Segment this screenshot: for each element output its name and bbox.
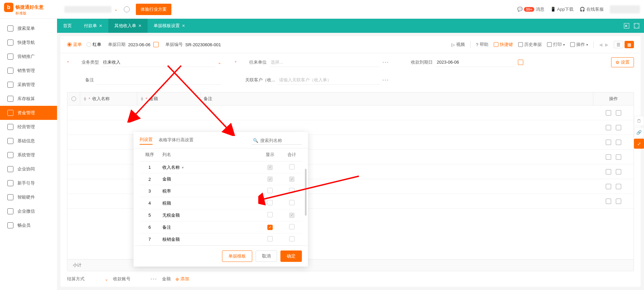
account-dd[interactable]: 收款账号 ••• <box>113 276 157 282</box>
checkbox[interactable] <box>289 236 294 241</box>
support-link[interactable]: 🎧 在线客服 <box>580 6 604 12</box>
checkbox[interactable] <box>289 164 294 169</box>
sidebar-item[interactable]: 智能硬件 <box>0 190 57 204</box>
cancel-button[interactable]: 取消 <box>256 250 277 262</box>
popup-search-input[interactable] <box>260 138 301 143</box>
radio-blue[interactable]: 蓝单 <box>67 42 82 48</box>
sidebar-item[interactable]: 企业微信 <box>0 204 57 218</box>
remark-input[interactable] <box>97 75 221 85</box>
due-input[interactable] <box>435 58 515 67</box>
checkbox[interactable]: ✓ <box>289 213 294 218</box>
amount-field[interactable]: 金额 <box>162 276 171 282</box>
copy-icon[interactable] <box>616 169 621 174</box>
sidebar-item[interactable]: 资金管理 <box>0 106 57 120</box>
view-list-icon[interactable]: ☰ <box>614 41 623 48</box>
delete-icon[interactable] <box>606 154 611 160</box>
delete-icon[interactable] <box>606 125 611 130</box>
expand-icon[interactable]: ⛶ <box>634 23 639 28</box>
shortcut-link[interactable]: 快捷键 <box>494 42 513 48</box>
more-icon[interactable]: ••• <box>382 60 389 65</box>
rel-cust-field[interactable]: 关联客户（收... ••• <box>235 75 389 85</box>
th-amount[interactable]: ▲▼*金额 <box>137 92 201 105</box>
checkbox[interactable]: ✓ <box>267 225 273 230</box>
close-icon[interactable]: ✕ <box>182 23 185 28</box>
delete-icon[interactable] <box>606 169 611 174</box>
chevron-down-icon[interactable]: ▾ <box>182 165 184 169</box>
checkbox[interactable] <box>267 236 273 241</box>
delete-icon[interactable] <box>606 184 611 189</box>
history-link[interactable]: 历史单据 <box>518 42 542 48</box>
template-button[interactable]: 单据模板 <box>222 250 252 262</box>
settings-button[interactable]: ⚙设置 <box>611 57 634 67</box>
ops-link[interactable]: 操作▾ <box>570 42 588 48</box>
sidebar-item[interactable]: 系统管理 <box>0 148 57 162</box>
biz-type-input[interactable] <box>102 58 215 67</box>
biz-type-field[interactable]: *业务类型 ⌄ <box>67 58 221 67</box>
page-arrows[interactable]: ◀▶ <box>599 42 608 47</box>
sidebar-item[interactable]: 畅会员 <box>0 218 57 232</box>
expand-icon[interactable]: ⤢ <box>634 139 644 149</box>
sidebar-item[interactable]: 采购管理 <box>0 78 57 92</box>
more-icon[interactable]: ••• <box>382 78 389 83</box>
checkbox[interactable] <box>289 188 294 193</box>
table-row[interactable] <box>67 105 634 120</box>
note-icon[interactable]: 🗒 <box>634 116 644 126</box>
user-blurred[interactable] <box>610 5 640 13</box>
sidebar-item[interactable]: 销售管理 <box>0 64 57 78</box>
sidebar-item[interactable]: 经营管理 <box>0 120 57 134</box>
checkbox[interactable] <box>289 200 294 205</box>
popup-scrollbar[interactable] <box>305 169 307 216</box>
header-gear-button[interactable] <box>67 92 80 105</box>
delete-icon[interactable] <box>606 140 611 145</box>
delete-icon[interactable] <box>606 199 611 204</box>
chevron-down-icon[interactable]: ⌄ <box>218 60 221 65</box>
sidebar-item[interactable]: 搜索菜单 <box>0 21 57 35</box>
industry-plan-button[interactable]: 体验行业方案 <box>136 4 171 15</box>
copy-icon[interactable] <box>616 184 621 189</box>
popup-tab-font[interactable]: 表格字体行高设置 <box>159 137 194 144</box>
checkbox[interactable] <box>267 212 273 217</box>
checkbox[interactable]: ✓ <box>267 165 273 170</box>
popup-tab-columns[interactable]: 列设置 <box>140 137 153 145</box>
app-download-link[interactable]: 📱 App下载 <box>550 6 574 12</box>
remark-field[interactable]: 备注 <box>67 75 221 85</box>
sidebar-item[interactable]: 新手引导 <box>0 176 57 190</box>
close-icon[interactable]: ✕ <box>138 23 142 28</box>
calendar-icon[interactable] <box>518 60 523 65</box>
tab[interactable]: 单据模板设置✕ <box>148 19 191 33</box>
add-link[interactable]: ⊕添加 <box>175 276 189 282</box>
copy-icon[interactable] <box>616 125 621 130</box>
tab[interactable]: 其他收入单✕ <box>108 19 148 33</box>
tab[interactable]: 付款单✕ <box>78 19 108 33</box>
party-input[interactable] <box>269 58 380 67</box>
th-name[interactable]: ▲▼*收入名称 <box>80 92 137 105</box>
popup-search[interactable]: 🔍 <box>252 137 302 145</box>
checkbox[interactable]: ✓ <box>267 176 273 182</box>
sidebar-item[interactable]: 库存核算 <box>0 92 57 106</box>
org-selector[interactable]: ⌄ <box>64 6 130 13</box>
sidebar-item[interactable]: 快捷导航 <box>0 35 57 50</box>
radio-red[interactable]: 红单 <box>87 42 101 48</box>
messages-link[interactable]: 💬 99+ 消息 <box>517 6 544 12</box>
party-field[interactable]: *往来单位 ••• <box>235 58 389 67</box>
bill-date[interactable]: 单据日期 2023-06-06 <box>108 42 159 48</box>
checkbox[interactable] <box>289 224 294 229</box>
sidebar-item[interactable]: 营销推广 <box>0 50 57 64</box>
copy-icon[interactable] <box>616 140 621 145</box>
help-link[interactable]: ?帮助 <box>476 42 488 48</box>
calendar-icon[interactable] <box>153 42 159 47</box>
gear-icon[interactable] <box>124 6 130 12</box>
link-icon[interactable]: 🔗 <box>634 127 644 137</box>
print-link[interactable]: 打印▾ <box>547 42 565 48</box>
close-icon[interactable]: ✕ <box>99 23 102 28</box>
checkbox[interactable] <box>267 188 273 193</box>
copy-icon[interactable] <box>616 110 621 116</box>
checkbox[interactable]: ✓ <box>289 176 294 182</box>
tab[interactable]: 首页 <box>57 19 78 33</box>
view-form-icon[interactable]: ▦ <box>625 41 634 48</box>
checkbox[interactable] <box>267 200 273 205</box>
copy-icon[interactable] <box>616 199 621 204</box>
sidebar-item[interactable]: 企业协同 <box>0 162 57 176</box>
copy-icon[interactable] <box>616 154 621 160</box>
sidebar-item[interactable]: 基础信息 <box>0 134 57 148</box>
